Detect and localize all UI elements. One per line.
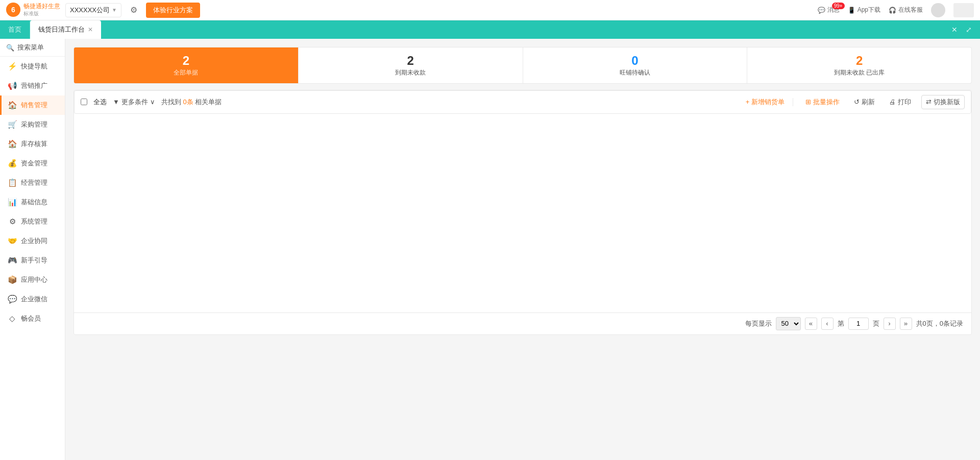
sidebar-item-basic-info[interactable]: 📊 基础信息 [0, 192, 65, 212]
house-icon: 🏠 [8, 139, 17, 149]
sidebar-item-label: 营销推广 [21, 81, 47, 90]
stats-bar: 2 全部单据 2 到期未收款 0 旺铺待确认 2 到期未收款 已出库 [74, 47, 972, 84]
table-empty-state [74, 118, 971, 312]
phone-icon: 📱 [848, 7, 855, 14]
stat-card-pending[interactable]: 0 旺铺待确认 [523, 47, 748, 83]
sidebar-item-label: 基础信息 [21, 198, 47, 207]
found-text: 共找到 0条 相关单据 [161, 98, 222, 107]
per-page-label: 每页显示 [745, 319, 772, 328]
prev-page-button[interactable]: ‹ [821, 318, 834, 330]
headset-icon: 🎧 [889, 7, 896, 14]
home-icon: 🏠 [8, 101, 17, 110]
online-service-label: 在线客服 [898, 6, 923, 14]
sidebar-item-wechat[interactable]: 💬 企业微信 [0, 289, 65, 309]
trial-button[interactable]: 体验行业方案 [146, 3, 200, 18]
stat-card-shipped[interactable]: 2 到期未收款 已出库 [747, 47, 971, 83]
stat-card-all[interactable]: 2 全部单据 [74, 47, 299, 83]
switch-version-button[interactable]: ⇄ 切换新版 [921, 95, 965, 109]
stat-label-all: 全部单据 [82, 68, 290, 77]
sidebar-item-label: 企业微信 [21, 295, 47, 304]
sidebar-item-label: 系统管理 [21, 217, 47, 226]
sidebar-item-quick-nav[interactable]: ⚡ 快捷导航 [0, 57, 65, 76]
page-input[interactable] [848, 318, 869, 330]
sidebar-item-app-center[interactable]: 📦 应用中心 [0, 270, 65, 289]
sidebar-item-inventory[interactable]: 🏠 库存核算 [0, 134, 65, 154]
select-all-label: 全选 [93, 98, 107, 107]
app-download-label: App下载 [857, 6, 880, 14]
more-filters-label: 更多条件 [121, 98, 148, 107]
found-count: 0条 [183, 98, 193, 106]
stat-label-pending: 旺铺待确认 [531, 68, 739, 77]
header-right: 💬 消息 99+ 📱 App下载 🎧 在线客服 [818, 3, 974, 17]
batch-label: 批量操作 [813, 98, 840, 107]
stat-card-overdue[interactable]: 2 到期未收款 [299, 47, 523, 83]
select-all-checkbox[interactable] [81, 99, 87, 105]
gear-icon: ⚙ [8, 217, 17, 226]
company-name: XXXXXX公司 [70, 6, 110, 15]
sidebar-item-operations[interactable]: 📋 经营管理 [0, 173, 65, 192]
online-service-button[interactable]: 🎧 在线客服 [889, 6, 923, 14]
logo-text-area: 畅捷通好生意 标准版 [23, 3, 60, 17]
top-header: 6 畅捷通好生意 标准版 XXXXXX公司 ▼ ⚙ 体验行业方案 💬 消息 99… [0, 0, 980, 20]
sidebar-item-marketing[interactable]: 📢 营销推广 [0, 76, 65, 95]
table-icon: 📊 [8, 198, 17, 207]
logo-name: 畅捷通好生意 [23, 3, 60, 10]
tab-home-label: 首页 [8, 25, 21, 34]
sidebar-item-member[interactable]: ◇ 畅会员 [0, 309, 65, 328]
header-left: 6 畅捷通好生意 标准版 XXXXXX公司 ▼ ⚙ 体验行业方案 [6, 3, 200, 18]
refresh-button[interactable]: ↺ 刷新 [850, 95, 879, 109]
wechat-icon: 💬 [8, 295, 17, 304]
tab-expand-icon[interactable]: ⤢ [964, 25, 974, 35]
sidebar-item-label: 采购管理 [21, 120, 47, 129]
tab-workbench-label: 钱货日清工作台 [38, 25, 85, 34]
first-page-button[interactable]: « [805, 318, 817, 330]
logo-badge: 标准版 [23, 10, 60, 17]
tab-bar: 首页 钱货日清工作台 ✕ ✕ ⤢ [0, 20, 980, 39]
search-menu[interactable]: 🔍 搜索菜单 [0, 39, 65, 57]
sidebar-item-finance[interactable]: 💰 资金管理 [0, 154, 65, 173]
found-suffix: 相关单据 [195, 98, 222, 106]
search-icon: 🔍 [6, 44, 14, 52]
tab-close-all-icon[interactable]: ✕ [949, 25, 960, 35]
toolbar-right: + 新增销货单 ⊞ 批量操作 ↺ 刷新 🖨 打印 ⇄ 切换新版 [746, 95, 965, 109]
more-filters-button[interactable]: ▼ 更多条件 ∨ [113, 98, 155, 107]
next-page-button[interactable]: › [884, 318, 896, 330]
money-icon: 💰 [8, 159, 17, 168]
avatar[interactable] [931, 3, 945, 17]
per-page-select[interactable]: 50 [776, 317, 801, 330]
print-button[interactable]: 🖨 打印 [885, 95, 915, 109]
total-info: 共0页，0条记录 [916, 319, 963, 328]
batch-operation-button[interactable]: ⊞ 批量操作 [801, 95, 844, 109]
company-selector[interactable]: XXXXXX公司 ▼ [65, 3, 121, 17]
app-download-button[interactable]: 📱 App下载 [848, 6, 880, 14]
cart-icon: 🛒 [8, 120, 17, 129]
message-button[interactable]: 💬 消息 99+ [818, 6, 840, 14]
handshake-icon: 🤝 [8, 236, 17, 246]
table-toolbar: 全选 ▼ 更多条件 ∨ 共找到 0条 相关单据 + 新增销货单 ⊞ 批量操作 [74, 90, 971, 114]
sidebar-item-sales[interactable]: 🏠 销售管理 [0, 95, 65, 115]
sidebar-item-label: 应用中心 [21, 275, 47, 284]
refresh-label: 刷新 [862, 98, 875, 107]
sidebar-item-purchase[interactable]: 🛒 采购管理 [0, 115, 65, 134]
sidebar-item-system[interactable]: ⚙ 系统管理 [0, 212, 65, 231]
message-badge: 99+ [832, 3, 845, 9]
pagination-bar: 每页显示 50 « ‹ 第 页 › » 共0页，0条记录 [74, 312, 971, 334]
logo-icon: 6 [6, 3, 20, 17]
settings-button[interactable]: ⚙ [127, 3, 141, 17]
tab-home[interactable]: 首页 [0, 20, 30, 39]
filter-icon: ▼ [113, 98, 119, 106]
stat-label-overdue: 到期未收款 [307, 68, 514, 77]
sidebar-item-label: 库存核算 [21, 139, 47, 149]
diamond-icon: ◇ [8, 314, 17, 323]
sidebar-item-enterprise[interactable]: 🤝 企业协同 [0, 231, 65, 251]
chevron-icon: ∨ [150, 98, 155, 106]
add-sales-order-button[interactable]: + 新增销货单 [746, 98, 785, 107]
tab-workbench[interactable]: 钱货日清工作台 ✕ [30, 20, 101, 39]
last-page-button[interactable]: » [900, 318, 912, 330]
print-icon: 🖨 [889, 98, 896, 106]
found-prefix: 共找到 [161, 98, 181, 106]
tab-close-icon[interactable]: ✕ [88, 26, 93, 33]
sidebar-item-label: 企业协同 [21, 236, 47, 246]
sidebar-item-beginner[interactable]: 🎮 新手引导 [0, 251, 65, 270]
page-label: 第 [838, 319, 844, 328]
